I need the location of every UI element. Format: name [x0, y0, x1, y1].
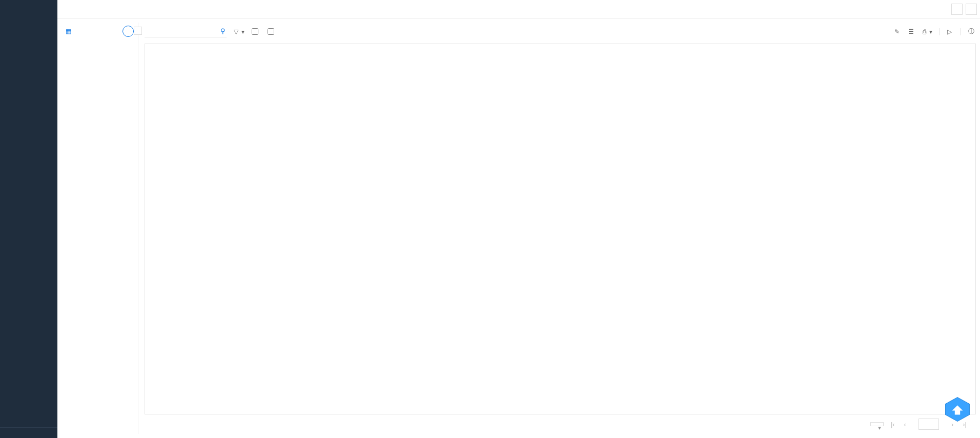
- toolbar: ⚲ ▽ ▾: [145, 23, 976, 40]
- chevron-down-icon: ▾: [878, 424, 881, 431]
- prev-page-button[interactable]: ‹: [902, 420, 908, 429]
- filter-icon: ▽: [234, 28, 238, 35]
- more-conditions-link[interactable]: ▽ ▾: [234, 28, 244, 35]
- search-input[interactable]: [145, 26, 227, 37]
- grid-icon: ▦: [66, 28, 71, 35]
- pagination: ▾ |‹ ‹ › ›|: [145, 414, 976, 434]
- tabs-bar: [57, 0, 980, 18]
- assistant-bird-button[interactable]: [944, 396, 971, 423]
- operate-link[interactable]: ☰: [908, 28, 915, 35]
- help-link[interactable]: ⓘ: [968, 27, 976, 36]
- page-input[interactable]: [918, 419, 939, 430]
- hide-zero-checkbox[interactable]: [252, 28, 260, 35]
- chevron-down-icon: ▾: [929, 28, 932, 35]
- divider: [940, 28, 940, 35]
- settings-icon[interactable]: [0, 428, 29, 438]
- search-icon[interactable]: ⚲: [220, 27, 226, 35]
- list-icon: ☰: [908, 28, 914, 35]
- edit-icon: ✎: [894, 28, 900, 35]
- data-table[interactable]: [145, 44, 976, 414]
- fullscreen-button[interactable]: [966, 4, 977, 15]
- sidebar: [0, 0, 57, 438]
- help-icon: ⓘ: [968, 27, 974, 36]
- smart-edit-link[interactable]: ✎: [894, 28, 901, 35]
- per-page-select[interactable]: ▾: [870, 422, 884, 426]
- print-link[interactable]: ⎙ ▾: [923, 28, 932, 35]
- first-page-button[interactable]: |‹: [889, 420, 897, 429]
- sound-icon[interactable]: [29, 428, 57, 438]
- close-all-tabs-button[interactable]: [951, 4, 963, 15]
- video-link[interactable]: ▷: [947, 28, 953, 35]
- category-edit-button[interactable]: [122, 26, 134, 37]
- category-panel: ▦: [62, 23, 138, 434]
- divider: [961, 28, 961, 35]
- collapse-panel-button[interactable]: [134, 27, 142, 35]
- print-icon: ⎙: [923, 28, 926, 35]
- chevron-down-icon: ▾: [241, 28, 244, 35]
- only-main-unit-checkbox[interactable]: [268, 28, 276, 35]
- play-icon: ▷: [947, 28, 952, 35]
